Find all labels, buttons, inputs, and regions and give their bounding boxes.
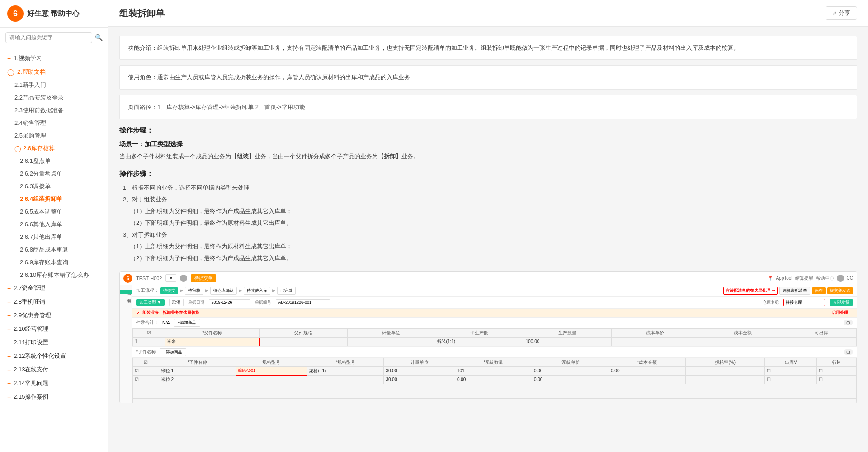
lower-table-row-1: ☑ 米粒 1 编码A001 规格(+1) 30.00 101 0.00 0.00 xyxy=(133,366,857,375)
step2: 2、对于组装业务 xyxy=(119,194,857,205)
lower-table-row-4 xyxy=(133,391,857,398)
breadcrumb-block: 页面路径：1、库存核算->库存管理->组装拆卸单 2、首页->常用功能 xyxy=(119,95,857,119)
app-left-tab: 自然 xyxy=(120,287,132,290)
app-cancel-btn: 取消 xyxy=(169,299,184,306)
ann-assembly-list: 有装配清单的在这里处理 ➜ xyxy=(723,287,778,295)
td-l-cost-a2: 0.00 xyxy=(532,375,609,384)
td-l-qty: 101 xyxy=(455,366,532,375)
scene-desc: 当由多个子件材料组装成一个成品的业务为【组装】业务，当由一个父件拆分成多个子产品… xyxy=(119,151,857,162)
sidebar-item-faq[interactable]: + 2.14常见问题 xyxy=(0,376,108,390)
sidebar-item-docs[interactable]: ◯ 2.帮助文档 xyxy=(0,65,108,79)
ann-assembly-switch: 组装业务、拆卸业务在这里切换 xyxy=(142,310,199,316)
sidebar-item-stockcheck[interactable]: 2.6.9库存账本查询 xyxy=(0,256,108,269)
app-upper-table: ☑ *父件名称 父件规格 计量单位 子生产数 生产数量 成本单价 成本金额 可出 xyxy=(132,328,857,346)
app-form-row: 加工类型 ▼ 取消 单据日期 2019-12-26 单据编号 AD-201912… xyxy=(132,297,857,309)
th-child-outv: 出库V xyxy=(765,358,817,366)
intro-block: 功能介绍：组装拆卸单用来处理企业组装或拆卸等加工业务，支持有固定装配清单的产品加… xyxy=(119,36,857,60)
app-step-warehouse: 待仓库确认 xyxy=(210,287,237,295)
sidebar-item-partial[interactable]: 2.6.2分量盘点单 xyxy=(0,167,108,180)
main-body: 功能介绍：组装拆卸单用来处理企业组装或拆卸等加工业务，支持有固定装配清单的产品加… xyxy=(108,27,868,452)
td-l-code: 编码A001 xyxy=(236,366,307,375)
td-index: 1 xyxy=(133,337,165,346)
app-expand-btn: ▢ xyxy=(844,320,853,325)
app-step-arrow1: ▶ xyxy=(180,288,183,293)
app-step-submit: 待提交 xyxy=(160,287,178,294)
th-unit: 计量单位 xyxy=(347,328,435,337)
expand-icon-mobile: + xyxy=(7,298,11,305)
sidebar-item-personalize[interactable]: + 2.12系统个性化设置 xyxy=(0,349,108,363)
app-brand-icon: 6 xyxy=(123,274,132,283)
td-l-name: 米粒 1 xyxy=(159,366,236,375)
app-id: TEST-H002 xyxy=(136,276,162,281)
sidebar-item-adjust[interactable]: 2.6.3调拨单 xyxy=(0,180,108,193)
app-lower-label-row: *子件名称 +添加商品 ▢ xyxy=(132,346,857,358)
sidebar-item-assembly[interactable]: 2.6.4组装拆卸单 xyxy=(0,193,108,205)
ann-enable: 启用处理 xyxy=(832,310,848,316)
th-child-loss: 损耗率(%) xyxy=(686,358,765,366)
step2-1: （1）上部明细为父件明细，最终作为产成品生成其它入库单； xyxy=(119,205,857,217)
sidebar-item-cases[interactable]: + 2.15操作案例 xyxy=(0,390,108,404)
sidebar-item-stocktake[interactable]: 2.6.1盘点单 xyxy=(0,155,108,167)
sidebar-item-otherinbound[interactable]: 2.6.6其他入库单 xyxy=(0,218,108,231)
th-parent-spec: 父件规格 xyxy=(259,328,347,337)
td-can-out xyxy=(787,337,856,346)
page-title: 组装拆卸单 xyxy=(119,7,165,19)
td-empty-4 xyxy=(133,391,857,398)
sidebar-item-inventory[interactable]: ◯2.6库存核算 xyxy=(0,142,108,155)
search-icon[interactable]: 🔍 xyxy=(95,34,103,41)
table-row: 1 米米 拆装(1:1) 100.00 xyxy=(133,337,857,346)
sidebar-item-goodscost[interactable]: 2.6.8商品成本重算 xyxy=(0,243,108,256)
sidebar-item-print[interactable]: + 2.11打印设置 xyxy=(0,336,108,349)
td-planned: 拆装(1:1) xyxy=(435,337,524,346)
share-button[interactable]: ⇗ 分享 xyxy=(826,6,857,20)
sidebar-item-ops[interactable]: + 2.10经营管理 xyxy=(0,322,108,336)
td-qty: 100.00 xyxy=(524,337,611,346)
sidebar-item-install[interactable]: 2.2产品安装及登录 xyxy=(0,91,108,104)
td-empty-3 xyxy=(133,384,857,391)
td-l-outv: ☐ xyxy=(765,366,817,375)
sidebar-item-purchase[interactable]: 2.5采购管理 xyxy=(0,129,108,142)
td-l-check2: ☑ xyxy=(133,375,159,384)
sidebar-item-prepare[interactable]: 2.3使用前数据准备 xyxy=(0,104,108,117)
app-add-lower-btn: +添加商品 xyxy=(160,348,186,356)
app-btn-choose-list: 选择装配清单 xyxy=(779,287,810,295)
role-text: 使用角色：通常由生产人员或库管人员完成折装业务的操作，库管人员确认原材料的出库和… xyxy=(128,74,410,81)
search-input[interactable] xyxy=(5,32,92,43)
td-l-unit2: 30.00 xyxy=(384,375,455,384)
app-step-label: 加工流程： xyxy=(136,287,159,294)
td-l-rowm2: ☐ xyxy=(817,375,857,384)
ops-label: 操作步骤： xyxy=(119,170,857,178)
td-l-spec: 规格(+1) xyxy=(307,366,384,375)
logo-text: 好生意 帮助中心 xyxy=(27,9,80,19)
sidebar-item-stockerror[interactable]: 2.6.10库存账本错了怎么办 xyxy=(0,269,108,281)
td-l-cost-a: 0.00 xyxy=(532,366,609,375)
main-header: 组装拆卸单 ⇗ 分享 xyxy=(108,0,868,27)
sidebar-item-mobile[interactable]: + 2.8手机旺铺 xyxy=(0,295,108,309)
sidebar-item-onlinepay[interactable]: + 2.13在线支付 xyxy=(0,363,108,376)
app-warehouse-label: 仓库名称 xyxy=(763,300,779,305)
td-l-qty2: 0.00 xyxy=(455,375,532,384)
app-btn-save: 保存 xyxy=(812,287,826,294)
th-child-name: *子件名称 xyxy=(159,358,236,366)
sidebar-item-sales[interactable]: 2.4销售管理 xyxy=(0,117,108,129)
ops-title: 操作步骤： xyxy=(119,126,857,135)
th-check2: ☑ xyxy=(133,358,159,366)
sidebar-item-costadjust[interactable]: 2.6.5成本调整单 xyxy=(0,205,108,218)
app-lower-table-wrapper: ☑ *子件名称 规格型号 *规格型号 计量单位 *系统数量 *系统单价 *成本金… xyxy=(132,358,857,403)
app-left-tab-list: 单据列表 xyxy=(120,294,132,298)
app-btn-submit: 提交并发送 xyxy=(827,287,853,294)
app-alert-icon: 结算提醒 xyxy=(795,275,813,281)
expand-icon-coupon: + xyxy=(7,312,11,319)
sidebar-item-coupon[interactable]: + 2.9优惠券管理 xyxy=(0,309,108,322)
th-cost-amount: 成本金额 xyxy=(699,328,787,337)
step3-1: （1）上部明细为父件明细，最终作为原材料生成其它出库单； xyxy=(119,241,857,252)
app-layout: 自然 新建单 单据列表 加工流程： 待提交 ▶ 待审核 ▶ 待仓 xyxy=(120,285,857,403)
app-user-icon xyxy=(837,275,844,282)
sidebar-item-finance[interactable]: + 2.7资金管理 xyxy=(0,281,108,295)
sidebar-item-otheroutbound[interactable]: 2.6.7其他出库单 xyxy=(0,231,108,243)
lower-table-row-2: ☑ 米粒 2 30.00 0.00 0.00 xyxy=(133,375,857,384)
sidebar-item-newbie[interactable]: 2.1新手入门 xyxy=(0,79,108,91)
app-screenshot: 6 TEST-H002 ▼ 待提交单 📍 AppTool 结算提醒 帮助中心 C… xyxy=(120,272,857,403)
sidebar-item-video[interactable]: + 1.视频学习 xyxy=(0,52,108,65)
app-count-label: 件数合计： xyxy=(136,319,159,326)
